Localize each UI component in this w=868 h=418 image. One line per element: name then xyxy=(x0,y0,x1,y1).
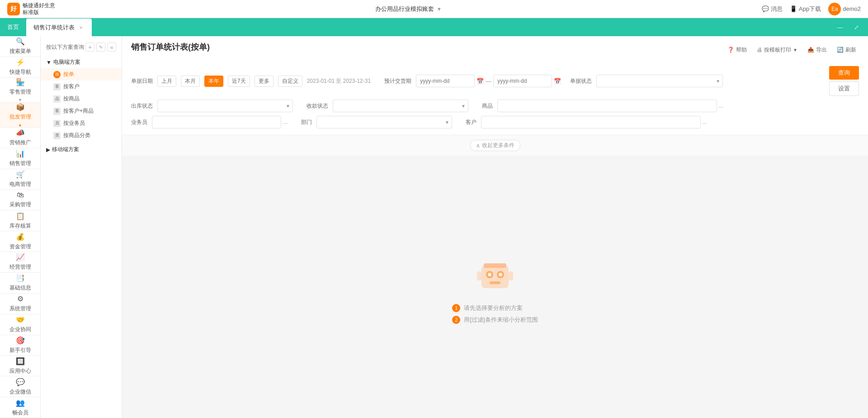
expected-date-start[interactable] xyxy=(416,75,475,87)
sidebar-item-management[interactable]: 📈 经营管理 xyxy=(0,252,40,273)
scheme-item-by-order[interactable]: 按 按单 xyxy=(41,68,122,81)
last7days-button[interactable]: 近7天 xyxy=(228,76,250,87)
ecommerce-icon: 🛒 xyxy=(16,170,25,179)
scheme-icon-by-category: 类 xyxy=(53,132,61,139)
scheme-icon-by-customer: 客 xyxy=(53,83,61,90)
collapse-button[interactable]: ∧ 收起更多条件 xyxy=(470,140,520,151)
pc-scheme-title[interactable]: ▼ 电脑端方案 xyxy=(41,56,122,68)
salesperson-field-wrapper: ... xyxy=(152,116,288,128)
export-button[interactable]: 📤 导出 xyxy=(805,45,830,55)
search-icon: 🔍 xyxy=(16,37,25,46)
company-dropdown-icon[interactable]: ▼ xyxy=(437,6,442,12)
sidebar-item-basic[interactable]: 📑 基础信息 xyxy=(0,273,40,294)
sidebar-item-appstore[interactable]: 🔲 应用中心 xyxy=(0,356,40,376)
sidebar-item-enterprise[interactable]: 🤝 企业协同 xyxy=(0,314,40,335)
system-icon: ⚙ xyxy=(17,294,24,303)
wechat-icon: 💬 xyxy=(16,378,25,386)
app-icon: 📱 xyxy=(790,5,797,12)
sidebar-item-wholesale[interactable]: 📦 批发管理 ▲ xyxy=(0,103,40,128)
expected-date-end[interactable] xyxy=(493,75,552,87)
date-dash: — xyxy=(486,78,491,85)
sidebar-item-basic-label: 基础信息 xyxy=(9,284,31,292)
sidebar-item-inventory[interactable]: 📋 库存核算 xyxy=(0,210,40,231)
payment-select[interactable] xyxy=(333,100,468,112)
pc-scheme-group: ▼ 电脑端方案 按 按单 客 按客户 品 按商品 客 按客户+商品 员 按业务员 xyxy=(41,56,122,142)
sidebar-item-search[interactable]: 🔍 搜索菜单 xyxy=(0,36,40,57)
department-label: 部门 xyxy=(301,119,312,126)
status-select[interactable] xyxy=(596,75,723,87)
finance-icon: 💰 xyxy=(16,233,25,241)
scheme-item-by-product[interactable]: 品 按商品 xyxy=(41,93,122,105)
collapse-panel-button[interactable]: « xyxy=(107,43,116,52)
app-download-button[interactable]: 📱 App下载 xyxy=(790,5,821,13)
sales-icon: 📊 xyxy=(16,149,25,158)
top-bar-center[interactable]: 办公用品行业模拟账套 ▼ xyxy=(375,5,442,13)
more-date-button[interactable]: 更多 xyxy=(255,76,274,87)
product-input[interactable] xyxy=(497,100,717,112)
scheme-item-by-customer[interactable]: 客 按客户 xyxy=(41,81,122,93)
print-button[interactable]: 🖨 按模板打印 ▼ xyxy=(754,45,800,55)
sidebar-item-wechat[interactable]: 💬 企业微信 xyxy=(0,376,40,397)
department-select[interactable] xyxy=(316,116,452,128)
scheme-item-by-salesperson[interactable]: 员 按业务员 xyxy=(41,117,122,129)
sidebar-item-member[interactable]: 👥 畅会员 xyxy=(0,397,40,418)
sidebar-item-newguide[interactable]: 🎯 新手引导 xyxy=(0,335,40,356)
user-avatar: Ea xyxy=(828,3,841,15)
salesperson-input[interactable] xyxy=(152,116,281,128)
content-top: 销售订单统计表(按单) ❓ 帮助 🖨 按模板打印 ▼ 📤 导出 xyxy=(122,36,868,156)
outbound-select[interactable] xyxy=(157,100,293,112)
customer-input[interactable] xyxy=(481,116,701,128)
search-button[interactable]: 查询 xyxy=(829,66,859,80)
custom-date-button[interactable]: 自定义 xyxy=(278,76,302,87)
product-field-wrapper: ... xyxy=(497,100,723,112)
help-button[interactable]: ❓ 帮助 xyxy=(725,45,750,55)
tab-close-icon[interactable]: × xyxy=(77,24,85,31)
calendar-icon-end[interactable]: 📅 xyxy=(554,78,561,85)
tab-home[interactable]: 首页 xyxy=(0,18,26,36)
logo-text: 畅捷通好生意 标准版 xyxy=(23,2,55,15)
sidebar-item-marketing[interactable]: 📣 营销推广 xyxy=(0,128,40,148)
expected-date-range: 📅 — 📅 xyxy=(416,75,561,87)
sidebar-item-finance[interactable]: 💰 资金管理 xyxy=(0,231,40,252)
newguide-icon: 🎯 xyxy=(16,336,25,345)
sidebar-item-wechat-label: 企业微信 xyxy=(9,388,31,396)
print-dropdown-icon[interactable]: ▼ xyxy=(793,48,797,52)
current-month-button[interactable]: 本月 xyxy=(181,76,200,87)
pc-scheme-expand-icon: ▼ xyxy=(46,59,52,66)
sidebar-item-retail[interactable]: 🏪 零售管理 ▼ xyxy=(0,78,40,103)
sidebar-item-appstore-label: 应用中心 xyxy=(9,367,31,375)
last-month-button[interactable]: 上月 xyxy=(157,76,176,87)
customer-ellipsis[interactable]: ... xyxy=(703,119,707,125)
user-label: demo2 xyxy=(843,5,861,12)
calendar-icon-start[interactable]: 📅 xyxy=(476,78,484,85)
collapse-bar[interactable]: ∧ 收起更多条件 xyxy=(122,135,868,156)
sidebar-item-purchase[interactable]: 🛍 采购管理 xyxy=(0,190,40,210)
user-area[interactable]: Ea demo2 xyxy=(828,3,861,15)
product-ellipsis[interactable]: ... xyxy=(719,103,723,109)
refresh-button[interactable]: 🔄 刷新 xyxy=(834,45,859,55)
tab-sales-order[interactable]: 销售订单统计表 × xyxy=(26,19,92,37)
edit-scheme-button[interactable]: ✎ xyxy=(96,43,105,52)
sidebar-item-quicknav[interactable]: ⚡ 快捷导航 xyxy=(0,57,40,78)
tab-minimize-button[interactable]: — xyxy=(834,21,846,33)
department-select-wrapper: ▼ xyxy=(316,116,452,128)
left-panel-actions: + ✎ « xyxy=(85,43,116,52)
message-button[interactable]: 💬 消息 xyxy=(762,5,783,13)
sidebar-item-sales[interactable]: 📊 销售管理 xyxy=(0,148,40,169)
svg-rect-0 xyxy=(481,266,509,288)
top-bar: 好 畅捷通好生意 标准版 办公用品行业模拟账套 ▼ 💬 消息 📱 App下载 E… xyxy=(0,0,868,18)
mobile-scheme-title[interactable]: ▶ 移动端方案 xyxy=(41,143,122,156)
empty-hint-2: 2 用[过滤]条件来缩小分析范围 xyxy=(452,316,538,324)
outbound-label: 出库状态 xyxy=(131,102,153,110)
main-layout: 🔍 搜索菜单 ⚡ 快捷导航 🏪 零售管理 ▼ 📦 批发管理 ▲ 📣 营销推广 📊… xyxy=(0,36,868,418)
salesperson-ellipsis[interactable]: ... xyxy=(283,119,288,125)
scheme-item-by-customer-product[interactable]: 客 按客户+商品 xyxy=(41,105,122,117)
sidebar-item-management-label: 经营管理 xyxy=(9,263,31,271)
current-year-button[interactable]: 本年 xyxy=(204,76,223,87)
scheme-item-by-category[interactable]: 类 按商品分类 xyxy=(41,129,122,142)
tab-maximize-button[interactable]: ⤢ xyxy=(850,21,863,33)
reset-button[interactable]: 设置 xyxy=(829,81,859,96)
sidebar-item-ecommerce[interactable]: 🛒 电商管理 xyxy=(0,169,40,190)
add-scheme-button[interactable]: + xyxy=(85,43,94,52)
sidebar-item-system[interactable]: ⚙ 系统管理 xyxy=(0,294,40,314)
